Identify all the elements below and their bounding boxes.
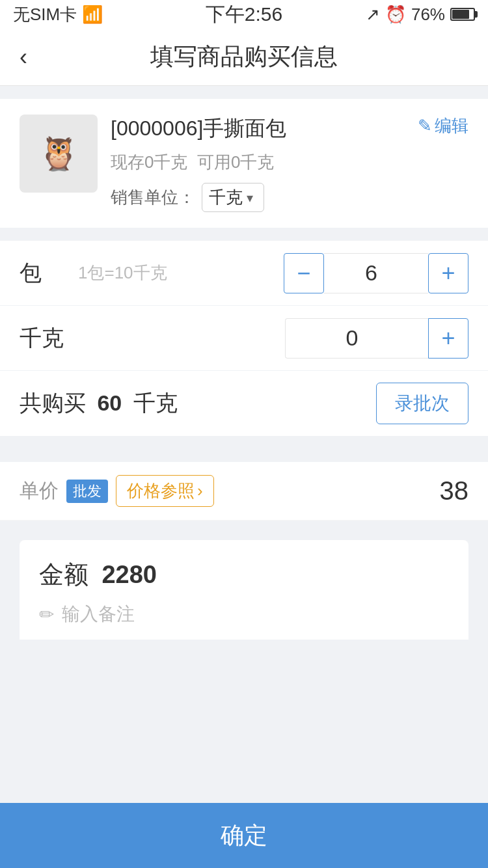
bag-input-row: 包 1包=10千克 − + (0, 241, 488, 306)
stock-label: 现存0千克 (111, 152, 187, 172)
kilogram-label: 千克 (20, 323, 72, 353)
section-divider-1 (0, 228, 488, 241)
status-bar: 无SIM卡 📶 下午2:56 ↗ ⏰ 76% (0, 0, 488, 29)
status-left: 无SIM卡 📶 (13, 3, 103, 26)
input-section: 包 1包=10千克 − + 千克 + 共购买 60 千克 录批次 (0, 241, 488, 436)
product-card: 🦉 [0000006]手撕面包 现存0千克 可用0千克 销售单位： 千克 ▾ ✎… (0, 99, 488, 228)
remark-input[interactable]: 输入备注 (62, 602, 135, 627)
edit-icon: ✎ (418, 116, 432, 136)
product-code: [0000006] (111, 116, 203, 140)
price-label: 单价 (20, 478, 59, 504)
product-stock: 现存0千克 可用0千克 (111, 151, 468, 174)
pencil-icon: ✏ (39, 604, 54, 625)
wifi-icon: 📶 (82, 5, 103, 25)
amount-label: 金额 (39, 561, 88, 588)
total-prefix: 共购买 (20, 390, 86, 415)
location-icon: ↗ (366, 5, 380, 25)
total-row: 共购买 60 千克 录批次 (0, 371, 488, 436)
unit-value: 千克 (209, 186, 243, 209)
total-label: 共购买 60 千克 (20, 388, 178, 418)
price-ref-label: 价格参照 (127, 480, 195, 502)
carrier-label: 无SIM卡 (13, 3, 77, 26)
record-batch-button[interactable]: 录批次 (376, 383, 468, 424)
confirm-button-label: 确定 (221, 820, 267, 852)
kilogram-input-row: 千克 + (0, 306, 488, 371)
total-unit: 千克 (133, 390, 178, 415)
wholesale-badge: 批发 (66, 480, 108, 503)
price-row: 单价 批发 价格参照 › 38 (0, 462, 488, 521)
battery-icon (450, 8, 475, 21)
product-image-placeholder: 🦉 (38, 135, 79, 172)
kilogram-increment-button[interactable]: + (428, 318, 468, 359)
bag-hint: 1包=10千克 (78, 262, 284, 284)
product-info: [0000006]手撕面包 现存0千克 可用0千克 销售单位： 千克 ▾ (111, 115, 468, 212)
chevron-right-icon: › (197, 481, 203, 501)
unit-select[interactable]: 千克 ▾ (202, 183, 264, 212)
product-unit-row: 销售单位： 千克 ▾ (111, 183, 468, 212)
status-right: ↗ ⏰ 76% (366, 5, 475, 25)
amount-section: 金额 2280 ✏ 输入备注 (0, 521, 488, 640)
bag-decrement-button[interactable]: − (284, 253, 324, 293)
main-content: 🦉 [0000006]手撕面包 现存0千克 可用0千克 销售单位： 千克 ▾ ✎… (0, 99, 488, 868)
kilogram-input[interactable] (285, 318, 428, 359)
chevron-down-icon: ▾ (247, 190, 253, 206)
nav-bar: ‹ 填写商品购买信息 (0, 29, 488, 86)
bag-increment-button[interactable]: + (428, 253, 468, 293)
section-divider-2 (0, 436, 488, 449)
available-label: 可用0千克 (197, 152, 274, 172)
bag-input[interactable] (324, 253, 428, 293)
edit-label: 编辑 (435, 115, 468, 137)
kilogram-input-box: + (72, 318, 468, 359)
alarm-icon: ⏰ (385, 5, 406, 25)
battery-percent: 76% (411, 5, 445, 25)
product-thumbnail: 🦉 (20, 115, 98, 193)
bag-label: 包 (20, 258, 72, 288)
remark-row: ✏ 输入备注 (39, 591, 449, 627)
bag-stepper: − + (284, 253, 468, 293)
confirm-bar[interactable]: 确定 (0, 803, 488, 868)
status-time: 下午2:56 (206, 1, 282, 28)
page-title: 填写商品购买信息 (150, 41, 338, 73)
amount-row: 金额 2280 ✏ 输入备注 (20, 540, 468, 640)
unit-prefix: 销售单位： (111, 186, 195, 209)
edit-button[interactable]: ✎ 编辑 (418, 115, 468, 137)
price-value: 38 (440, 476, 469, 506)
product-name: [0000006]手撕面包 (111, 115, 468, 143)
amount-value: 2280 (102, 561, 157, 588)
price-reference-button[interactable]: 价格参照 › (116, 475, 214, 507)
product-title: 手撕面包 (203, 116, 286, 140)
total-quantity: 60 (97, 390, 122, 415)
price-section: 单价 批发 价格参照 › 38 (0, 462, 488, 521)
back-button[interactable]: ‹ (20, 44, 27, 71)
amount-display: 金额 2280 (39, 558, 449, 591)
